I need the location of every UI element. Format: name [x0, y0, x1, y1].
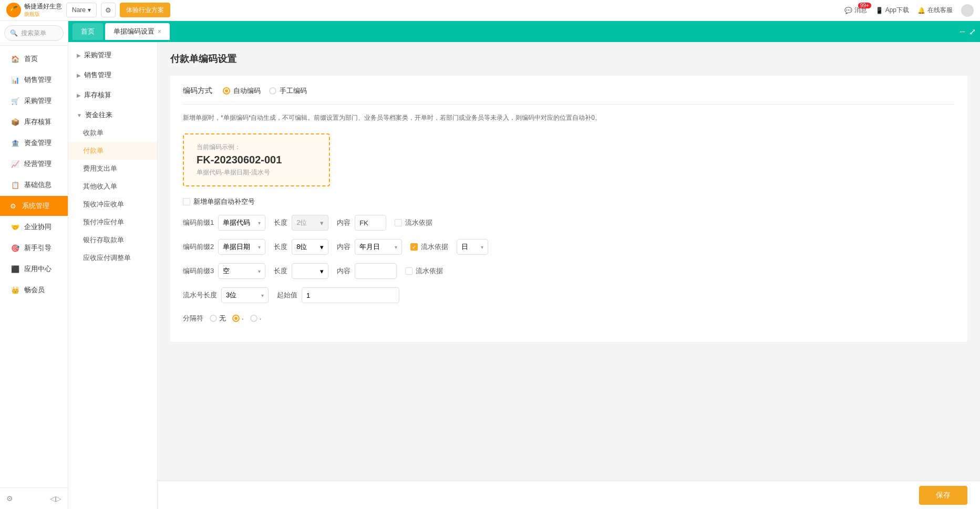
radio-manual[interactable]: 手工编码 — [269, 86, 307, 96]
sub-sidebar: ▶ 采购管理 ▶ 销售管理 ▶ 库存核算 — [68, 42, 158, 509]
length2-select[interactable]: 8位 ▾ — [292, 239, 328, 255]
separator-row: 分隔符 无 · — [183, 314, 955, 323]
sidebar-collapse-icon[interactable]: ◁▷ — [48, 492, 64, 505]
user-avatar[interactable] — [961, 4, 974, 17]
search-menu-label: 搜索菜单 — [21, 29, 46, 38]
guide-icon: 🎯 — [11, 243, 20, 253]
sub-layout: ▶ 采购管理 ▶ 销售管理 ▶ 库存核算 — [68, 42, 980, 509]
serial-length-select[interactable]: 3位 ▾ — [221, 287, 269, 303]
sidebar-item-apps[interactable]: ⬛ 应用中心 — [2, 259, 66, 279]
sidebar-item-home[interactable]: 🏠 首页 — [2, 49, 66, 69]
separator-options: 无 · · — [210, 314, 261, 323]
field-length2: 长度 8位 ▾ — [274, 239, 328, 255]
group-sales: ▶ 销售管理 — [68, 66, 157, 84]
sidebar-item-member[interactable]: 👑 畅会员 — [2, 280, 66, 300]
settings-icon-button[interactable]: ⚙ — [101, 3, 116, 17]
radio-auto[interactable]: 自动编码 — [223, 86, 261, 96]
tab-close-icon[interactable]: × — [158, 28, 161, 35]
sub-item-prepay-ap[interactable]: 预付冲应付单 — [68, 213, 157, 231]
content1-label: 内容 — [337, 218, 350, 227]
divider — [183, 104, 955, 105]
auto-fill-checkbox[interactable] — [183, 198, 190, 205]
tip-text: 新增单据时，*单据编码*自动生成，不可编辑。前缀设置为部门、业务员等档案类，开单… — [183, 113, 955, 123]
encoding-method-row: 编码方式 自动编码 手工编码 — [183, 86, 955, 96]
sales-icon: 📊 — [11, 75, 20, 85]
sidebar-item-collab[interactable]: 🤝 企业协同 — [2, 217, 66, 237]
sidebar-item-finance[interactable]: 🏦 资金管理 — [2, 133, 66, 153]
radio-group: 自动编码 手工编码 — [223, 86, 307, 96]
sub-item-bank[interactable]: 银行存取款单 — [68, 231, 157, 249]
radio-manual-dot — [269, 87, 276, 95]
tab-home[interactable]: 首页 — [73, 23, 103, 40]
settings-icon: ⚙ — [8, 201, 18, 211]
sub-item-other-income[interactable]: 其他收入单 — [68, 178, 157, 195]
length1-select: 2位 ▾ — [292, 215, 328, 231]
sub-item-expense[interactable]: 费用支出单 — [68, 160, 157, 178]
group-header-purchase[interactable]: ▶ 采购管理 — [68, 46, 157, 64]
business-icon: 📈 — [11, 159, 20, 169]
app-logo: 🍊 畅捷通好生意 旗舰版 — [6, 3, 62, 17]
sidebar-item-info[interactable]: 📋 基础信息 — [2, 175, 66, 195]
length1-label: 长度 — [274, 218, 287, 227]
length3-select[interactable]: ▾ — [292, 263, 328, 279]
prefix3-select[interactable]: 空 ▾ — [218, 263, 265, 279]
serial-length-row: 流水号长度 3位 ▾ 起始值 — [183, 287, 955, 303]
auto-fill-label: 新增单据自动补空号 — [193, 197, 255, 206]
message-button[interactable]: 💬 消息 99+ — [844, 6, 867, 15]
tab-expand-icon[interactable]: ⤢ — [969, 27, 976, 37]
prefix1-select[interactable]: 单据代码 ▾ — [218, 215, 265, 231]
sidebar-settings-icon[interactable]: ⚙ — [4, 492, 15, 505]
chevron-icon: ▾ — [320, 267, 324, 275]
field-content1: 内容 FK — [337, 215, 386, 231]
industry-btn[interactable]: 体验行业方案 — [120, 3, 170, 17]
auto-fill-row: 新增单据自动补空号 — [183, 197, 955, 206]
group-header-sales[interactable]: ▶ 销售管理 — [68, 66, 157, 84]
sidebar-item-sales[interactable]: 📊 销售管理 — [2, 70, 66, 90]
nav-dropdown-button[interactable]: Nare ▾ — [66, 3, 97, 17]
logo-icon: 🍊 — [6, 3, 21, 17]
sidebar-item-guide[interactable]: 🎯 新手引导 — [2, 238, 66, 258]
bottom-bar: 保存 — [158, 481, 980, 509]
prefix2-select[interactable]: 单据日期 ▾ — [218, 239, 265, 255]
sub-item-adjustment[interactable]: 应收应付调整单 — [68, 249, 157, 267]
radio-auto-dot — [223, 87, 230, 95]
sidebar-item-inventory[interactable]: 📦 库存核算 — [2, 112, 66, 132]
start-value-input[interactable] — [302, 287, 399, 303]
tab-minimize-icon[interactable]: – — [960, 27, 965, 36]
sub-item-receipt[interactable]: 收款单 — [68, 124, 157, 142]
online-service-button[interactable]: 🔔 在线客服 — [917, 6, 953, 15]
search-menu-button[interactable]: 🔍 搜索菜单 — [4, 25, 64, 41]
serial-checkbox1[interactable] — [395, 219, 402, 226]
content2-select[interactable]: 年月日 ▾ — [355, 239, 402, 255]
field-length3: 长度 ▾ — [274, 263, 328, 279]
serial-unit-select2[interactable]: 日 ▾ — [457, 239, 488, 255]
tab-encoding-settings[interactable]: 单据编码设置 × — [105, 23, 170, 40]
preview-box: 当前编码示例： FK-20230602-001 单据代码-单据日期-流水号 — [183, 133, 330, 186]
sub-item-payment[interactable]: 付款单 — [68, 142, 157, 160]
app-download-button[interactable]: 📱 App下载 — [875, 6, 909, 15]
service-icon: 🔔 — [917, 7, 925, 14]
sidebar-item-purchase[interactable]: 🛒 采购管理 — [2, 91, 66, 111]
sidebar-item-label: 首页 — [24, 54, 38, 64]
sep-none[interactable]: 无 — [210, 314, 226, 323]
settings-card: 编码方式 自动编码 手工编码 — [170, 76, 967, 342]
length2-label: 长度 — [274, 242, 287, 252]
home-icon: 🏠 — [11, 54, 20, 64]
sub-item-prepay-ar[interactable]: 预收冲应收单 — [68, 195, 157, 213]
group-header-capital[interactable]: ▼ 资金往来 — [68, 106, 157, 124]
sidebar-item-label: 经营管理 — [24, 159, 51, 169]
separator-label: 分隔符 — [183, 314, 203, 323]
prefix2-label: 编码前缀2 — [183, 242, 214, 252]
serial-length-label: 流水号长度 — [183, 290, 217, 300]
save-button[interactable]: 保存 — [919, 486, 967, 505]
sep-dot[interactable]: · — [232, 315, 244, 323]
tab-home-label: 首页 — [81, 27, 95, 36]
group-header-inventory[interactable]: ▶ 库存核算 — [68, 86, 157, 104]
arrow-down-icon: ▼ — [77, 112, 82, 118]
serial-checkbox3[interactable] — [405, 267, 412, 275]
sep-dash[interactable]: · — [250, 315, 262, 323]
message-icon: 💬 — [844, 7, 852, 14]
sidebar-item-business[interactable]: 📈 经营管理 — [2, 154, 66, 174]
serial-checkbox2[interactable] — [410, 243, 418, 251]
sidebar-item-settings[interactable]: ⚙ 系统管理 — [0, 196, 68, 216]
